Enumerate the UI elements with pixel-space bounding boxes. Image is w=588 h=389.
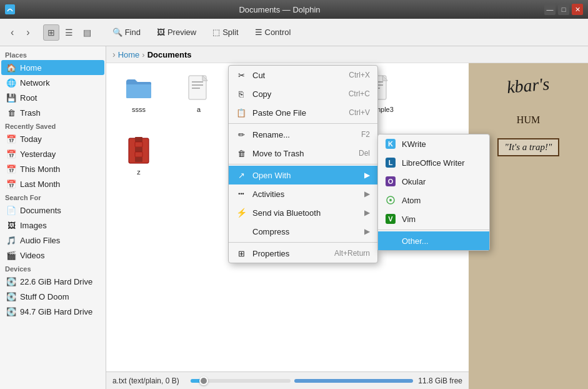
- recently-saved-section-label: Recently Saved: [0, 120, 106, 131]
- context-menu[interactable]: ✂ Cut Ctrl+X ⎘ Copy Ctrl+C 📋 Paste One F…: [228, 65, 378, 263]
- ctx-move-trash[interactable]: 🗑 Move to Trash Del: [229, 144, 377, 163]
- sidebar-item-today-label: Today: [20, 134, 42, 144]
- open-with-icon: ↗: [236, 170, 246, 180]
- breadcrumb-current: Documents: [147, 50, 192, 59]
- sidebar-item-network[interactable]: 🌐 Network: [1, 75, 104, 90]
- home-icon: 🏠: [6, 63, 16, 73]
- sidebar-item-network-label: Network: [20, 78, 50, 88]
- sidebar-item-videos[interactable]: 🎬 Videos: [1, 248, 104, 263]
- submenu-other[interactable]: Other...: [378, 231, 489, 250]
- ctx-copy[interactable]: ⎘ Copy Ctrl+C: [229, 84, 377, 103]
- this-month-icon: 📅: [6, 164, 16, 174]
- sidebar-item-last-month[interactable]: 📅 Last Month: [1, 176, 104, 191]
- libreoffice-icon: L: [386, 158, 396, 168]
- other-label: Other...: [402, 236, 429, 246]
- sidebar-item-stuff-o-doom[interactable]: 💽 Stuff O Doom: [1, 289, 104, 304]
- atom-label: Atom: [402, 196, 421, 205]
- svg-rect-18: [135, 147, 142, 152]
- ctx-rename-shortcut: F2: [361, 130, 370, 139]
- sidebar-item-audio-files[interactable]: 🎵 Audio Files: [1, 233, 104, 248]
- move-trash-icon: 🗑: [236, 148, 246, 158]
- svg-rect-19: [135, 152, 142, 157]
- find-button[interactable]: 🔍 Find: [106, 23, 147, 41]
- hd-94-icon: 💽: [6, 306, 16, 316]
- ctx-open-with[interactable]: ↗ Open With ▶: [229, 166, 377, 184]
- breadcrumb-home-link[interactable]: Home: [118, 50, 140, 59]
- today-icon: 📅: [6, 134, 16, 144]
- submenu-kwrite[interactable]: K KWrite: [378, 134, 489, 153]
- sidebar-item-documents-label: Documents: [20, 206, 61, 215]
- submenu-vim[interactable]: V Vim: [378, 210, 489, 228]
- sidebar-item-stuff-o-doom-label: Stuff O Doom: [20, 292, 69, 301]
- control-button[interactable]: ☰ Control: [248, 23, 298, 41]
- text-icon-a: [184, 73, 214, 103]
- folder-icon-ssss: [124, 73, 154, 103]
- bluetooth-icon: ⚡: [236, 208, 246, 218]
- view-compact-button[interactable]: ▤: [79, 24, 96, 41]
- file-item-a[interactable]: a: [174, 71, 224, 123]
- split-label: Split: [222, 28, 238, 37]
- sidebar-item-root[interactable]: 💾 Root: [1, 90, 104, 105]
- sidebar-item-yesterday-label: Yesterday: [20, 149, 56, 159]
- sidebar-item-root-label: Root: [20, 93, 37, 103]
- sidebar-item-images[interactable]: 🖼 Images: [1, 218, 104, 233]
- forward-button[interactable]: ›: [21, 24, 35, 41]
- ctx-cut[interactable]: ✂ Cut Ctrl+X: [229, 66, 377, 84]
- menu-icon: ☰: [255, 28, 262, 37]
- sidebar-item-yesterday[interactable]: 📅 Yesterday: [1, 146, 104, 161]
- sidebar-item-documents[interactable]: 📄 Documents: [1, 203, 104, 218]
- ctx-paste-one[interactable]: 📋 Paste One File Ctrl+V: [229, 103, 377, 122]
- sidebar-item-this-month[interactable]: 📅 This Month: [1, 161, 104, 176]
- maximize-button[interactable]: □: [558, 4, 569, 15]
- ctx-sep2: [229, 164, 377, 164]
- ctx-compress[interactable]: Compress ▶: [229, 222, 377, 241]
- storage-slider[interactable]: [191, 379, 291, 383]
- open-with-arrow-icon: ▶: [364, 171, 370, 179]
- file-item-z[interactable]: z: [114, 133, 164, 178]
- ctx-paste-label: Paste One File: [252, 108, 342, 118]
- ctx-sep1: [229, 123, 377, 124]
- submenu-atom[interactable]: Atom: [378, 191, 489, 210]
- sidebar-item-hd-94[interactable]: 💽 94.7 GiB Hard Drive: [1, 304, 104, 319]
- close-button[interactable]: ✕: [572, 4, 583, 15]
- devices-section-label: Devices: [0, 263, 106, 274]
- libreoffice-label: LibreOffice Writer: [402, 158, 465, 168]
- sidebar-item-trash[interactable]: 🗑 Trash: [1, 105, 104, 120]
- sidebar-item-home-label: Home: [20, 63, 42, 73]
- kwrite-label: KWrite: [402, 139, 426, 149]
- submenu-okular[interactable]: O Okular: [378, 172, 489, 191]
- ctx-paste-shortcut: Ctrl+V: [349, 108, 370, 117]
- submenu-libreoffice[interactable]: L LibreOffice Writer: [378, 153, 489, 172]
- ctx-properties[interactable]: ⊞ Properties Alt+Return: [229, 244, 377, 263]
- search-for-section-label: Search For: [0, 191, 106, 203]
- split-button[interactable]: ⬚ Split: [206, 23, 245, 41]
- nav-buttons: ‹ ›: [5, 24, 36, 41]
- view-icons-button[interactable]: ⊞: [43, 24, 59, 41]
- svg-rect-16: [135, 137, 142, 142]
- minimize-button[interactable]: —: [544, 4, 556, 15]
- documents-icon: 📄: [6, 205, 16, 215]
- sidebar-item-hd-22[interactable]: 💽 22.6 GiB Hard Drive: [1, 274, 104, 289]
- ctx-activities[interactable]: ••• Activities ▶: [229, 184, 377, 203]
- breadcrumb-home-icon: ›: [112, 49, 116, 59]
- ctx-bluetooth[interactable]: ⚡ Send via Bluetooth ▶: [229, 203, 377, 222]
- paste-icon: 📋: [236, 108, 246, 118]
- open-with-submenu[interactable]: K KWrite L LibreOffice Writer O Okular: [377, 134, 490, 251]
- rename-icon: ✏: [236, 129, 246, 139]
- view-list-button[interactable]: ☰: [61, 24, 77, 41]
- videos-icon: 🎬: [6, 250, 16, 260]
- art-trap-text: "It's a trap!": [497, 138, 560, 156]
- ctx-cut-label: Cut: [252, 71, 342, 80]
- file-item-ssss[interactable]: ssss: [114, 71, 164, 123]
- status-bar: a.txt (text/plain, 0 B) 11.8 GiB free: [106, 371, 469, 389]
- ctx-properties-shortcut: Alt+Return: [334, 249, 370, 258]
- preview-button[interactable]: 🖼 Preview: [150, 23, 203, 41]
- sidebar-item-home[interactable]: 🏠 Home: [1, 60, 104, 75]
- sidebar-item-today[interactable]: 📅 Today: [1, 131, 104, 146]
- back-button[interactable]: ‹: [5, 24, 19, 41]
- sidebar-item-videos-label: Videos: [20, 251, 45, 260]
- ctx-rename[interactable]: ✏ Rename... F2: [229, 125, 377, 144]
- ctx-open-with-label: Open With: [252, 171, 358, 180]
- sidebar: Places 🏠 Home 🌐 Network 💾 Root 🗑 Trash R…: [0, 46, 106, 389]
- file-info-text: a.txt (text/plain, 0 B): [112, 376, 179, 385]
